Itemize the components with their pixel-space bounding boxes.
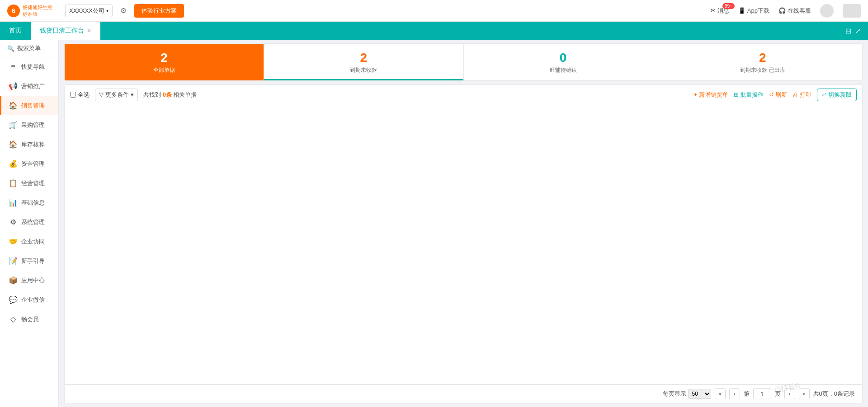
avatar-name: [843, 4, 861, 18]
operations-icon: 📋: [9, 179, 18, 187]
sidebar-item-app-center[interactable]: 📦 应用中心: [0, 271, 58, 290]
card-all-count: 2: [74, 50, 255, 65]
filter-button[interactable]: ▽ 更多条件 ▾: [95, 89, 138, 101]
switch-icon: ⇌: [822, 91, 827, 98]
card-wangfu[interactable]: 0 旺辅待确认: [464, 44, 663, 80]
headset-icon: 🎧: [778, 7, 786, 14]
sidebar-item-quick-nav[interactable]: ≡ 快捷导航: [0, 57, 58, 76]
content-area: 2 全部单据 2 到期未收款 0 旺辅待确认 2 到期未收款 已出库: [59, 40, 868, 407]
logo-text: 畅捷通好生意 标准版: [23, 4, 52, 17]
batch-operations-button[interactable]: ⊞ 批量操作: [734, 91, 764, 99]
total-info: 共0页，0条记录: [813, 390, 855, 398]
tab-qinghua[interactable]: 钱货日清工作台 ✕: [31, 22, 100, 40]
sidebar-item-guide[interactable]: 📝 新手引导: [0, 251, 58, 271]
app-download-button[interactable]: 📱 App下载: [738, 7, 769, 15]
refresh-icon: ↺: [769, 91, 774, 98]
top-bar-right: ✉ 消息 99+ 📱 App下载 🎧 在线客服: [711, 4, 861, 18]
member-icon: ◇: [9, 315, 18, 323]
message-button[interactable]: ✉ 消息 99+: [711, 7, 729, 15]
tab-actions: ⊟ ⤢: [845, 27, 868, 35]
add-sales-order-button[interactable]: + 新增销货单: [694, 91, 728, 99]
sidebar-item-inventory[interactable]: 🏠 库存核算: [0, 135, 58, 154]
pagination: 每页显示 50 100 200 « ‹ 第 页 › » 共0页，0条记录: [64, 384, 863, 403]
card-all-label: 全部单据: [74, 66, 255, 74]
page-size-select[interactable]: 50 100 200: [688, 389, 711, 399]
sidebar-item-basic-info[interactable]: 📊 基础信息: [0, 193, 58, 212]
top-bar-left: 6 畅捷通好生意 标准版 XXXXXX公司 ▾ ⚙ 体验行业方案: [7, 4, 184, 18]
card-wangfu-label: 旺辅待确认: [473, 66, 654, 74]
table-area: [64, 105, 863, 384]
system-icon: ⚙: [9, 218, 18, 226]
sidebar-item-sales[interactable]: 🏠 销售管理: [0, 96, 58, 115]
print-button[interactable]: 🖨 打印: [793, 91, 811, 99]
card-all[interactable]: 2 全部单据: [65, 44, 264, 80]
marketing-icon: 📢: [9, 82, 18, 90]
page-suffix: 页: [775, 390, 781, 398]
search-icon: 🔍: [7, 45, 14, 52]
card-shipped-label: 到期未收款 已出库: [672, 66, 853, 74]
app-center-icon: 📦: [9, 276, 18, 285]
settings-button[interactable]: ⚙: [116, 4, 131, 18]
guide-icon: 📝: [9, 257, 18, 265]
purchase-icon: 🛒: [9, 121, 18, 129]
last-page-button[interactable]: »: [799, 388, 810, 399]
card-overdue-label: 到期未收款: [273, 66, 454, 74]
avatar[interactable]: [820, 4, 834, 18]
card-shipped-count: 2: [672, 50, 853, 65]
tab-home[interactable]: 首页: [0, 22, 31, 40]
sidebar-search[interactable]: 🔍 搜索菜单: [0, 40, 58, 57]
sidebar-item-purchase[interactable]: 🛒 采购管理: [0, 115, 58, 135]
basic-info-icon: 📊: [9, 198, 18, 207]
company-selector[interactable]: XXXXXX公司 ▾: [65, 5, 113, 17]
tab-close-icon[interactable]: ✕: [87, 28, 91, 34]
refresh-button[interactable]: ↺ 刷新: [769, 91, 787, 99]
inventory-icon: 🏠: [9, 140, 18, 149]
finance-icon: 💰: [9, 159, 18, 168]
page-number-input[interactable]: [753, 388, 771, 399]
trial-button[interactable]: 体验行业方案: [134, 4, 184, 18]
quick-nav-icon: ≡: [9, 63, 18, 71]
logo-area: 6 畅捷通好生意 标准版: [7, 4, 61, 17]
logo-icon: 6: [7, 5, 20, 17]
message-badge: 99+: [722, 3, 735, 9]
nav-tabs: 首页 钱货日清工作台 ✕ ⊟ ⤢: [0, 22, 868, 40]
online-service-button[interactable]: 🎧 在线客服: [778, 7, 811, 15]
page-label: 第: [744, 390, 750, 398]
prev-page-button[interactable]: ‹: [729, 388, 740, 399]
sales-icon: 🏠: [9, 101, 18, 110]
summary-cards: 2 全部单据 2 到期未收款 0 旺辅待确认 2 到期未收款 已出库: [64, 43, 863, 81]
found-count: 0条: [163, 91, 172, 98]
top-bar: 6 畅捷通好生意 标准版 XXXXXX公司 ▾ ⚙ 体验行业方案 ✉ 消息 99…: [0, 0, 868, 22]
filter-icon: ▽: [99, 91, 104, 98]
batch-icon: ⊞: [734, 91, 739, 98]
switch-version-button[interactable]: ⇌ 切换新版: [817, 89, 857, 101]
message-icon: ✉: [711, 7, 716, 14]
card-overdue[interactable]: 2 到期未收款: [264, 44, 463, 80]
phone-icon: 📱: [738, 7, 745, 14]
expand-icon[interactable]: ⤢: [855, 27, 861, 35]
sidebar-item-cooperation[interactable]: 🤝 企业协同: [0, 232, 58, 251]
main-layout: 🔍 搜索菜单 ≡ 快捷导航 📢 营销推广 🏠 销售管理 🛒 采购管理 🏠 库存核…: [0, 40, 868, 407]
card-shipped[interactable]: 2 到期未收款 已出库: [663, 44, 862, 80]
wechat-icon: 💬: [9, 295, 18, 304]
next-page-button[interactable]: ›: [784, 388, 795, 399]
select-all-checkbox[interactable]: 全选: [70, 91, 90, 99]
sidebar-item-finance[interactable]: 💰 资金管理: [0, 154, 58, 173]
toolbar: 全选 ▽ 更多条件 ▾ 共找到 0条 相关单据 + 新增销货单 ⊞ 批量操作: [64, 84, 863, 105]
sidebar-item-system[interactable]: ⚙ 系统管理: [0, 212, 58, 232]
sidebar-item-member[interactable]: ◇ 畅会员: [0, 309, 58, 329]
page-size-selector: 每页显示 50 100 200: [663, 389, 711, 399]
card-wangfu-count: 0: [473, 50, 654, 65]
chevron-down-icon: ▾: [106, 8, 108, 13]
found-text: 共找到 0条 相关单据: [143, 91, 197, 99]
print-icon: 🖨: [793, 91, 798, 98]
sidebar-item-wechat[interactable]: 💬 企业微信: [0, 290, 58, 309]
sidebar-item-operations[interactable]: 📋 经营管理: [0, 173, 58, 193]
select-all-input[interactable]: [70, 92, 76, 98]
toolbar-right: + 新增销货单 ⊞ 批量操作 ↺ 刷新 🖨 打印 ⇌ 切换新版: [694, 89, 857, 101]
first-page-button[interactable]: «: [715, 388, 726, 399]
minimize-icon[interactable]: ⊟: [845, 27, 851, 35]
card-underline: [264, 79, 463, 80]
sidebar-item-marketing[interactable]: 📢 营销推广: [0, 76, 58, 96]
toolbar-left: 全选 ▽ 更多条件 ▾ 共找到 0条 相关单据: [70, 89, 197, 101]
